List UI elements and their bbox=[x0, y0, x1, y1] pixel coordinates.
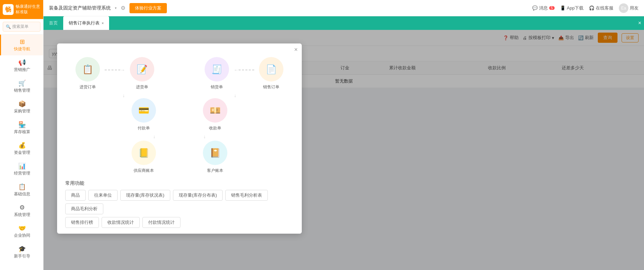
func-buttons-row2: 销售排行榜 收款情况统计 付款情况统计 bbox=[65, 217, 294, 228]
gear-icon[interactable]: ⚙ bbox=[121, 5, 125, 11]
online-service-btn[interactable]: 🎧 在线客服 bbox=[589, 5, 613, 11]
receipt-bill-icon: 💴 bbox=[203, 98, 227, 123]
flow-node-customer-ledger[interactable]: 📔 客户账本 bbox=[198, 141, 232, 174]
enterprise-icon: 🤝 bbox=[18, 224, 26, 232]
experience-btn[interactable]: 体验行业方案 bbox=[129, 3, 167, 13]
content-area: ❓ 帮助 🖨 按模板打印 ▾ 📤 导出 🔄 刷新 查询 设置 bbox=[43, 30, 644, 270]
sidebar-search-section: 🔍 搜索菜单 bbox=[0, 19, 43, 35]
sidebar-item-label: 营销推广 bbox=[14, 67, 30, 73]
sidebar-item-label: 基础信息 bbox=[14, 191, 30, 197]
flow-node-supplier-ledger[interactable]: 📒 供应商账本 bbox=[127, 141, 161, 174]
sidebar-item-basic[interactable]: 📋 基础信息 bbox=[0, 180, 43, 200]
purchase-order-icon: 📋 bbox=[75, 57, 100, 82]
sales-order-icon: 📄 bbox=[259, 57, 283, 82]
flow-node-purchase-bill[interactable]: 📝 进货单 bbox=[125, 57, 159, 90]
sidebar-item-enterprise[interactable]: 🤝 企业协同 bbox=[0, 221, 43, 242]
logo-text: 畅康通好生意 标准版 bbox=[16, 4, 40, 15]
func-btn-counterpart[interactable]: 往来单位 bbox=[88, 190, 118, 201]
tab-home-label: 首页 bbox=[49, 20, 58, 26]
app-download-label: App下载 bbox=[567, 5, 584, 11]
sidebar-item-label: 采购管理 bbox=[14, 108, 30, 114]
sidebar: 畅 畅康通好生意 标准版 🔍 搜索菜单 ⊞ 快捷导航 📢 营销推广 🛒 销售管理… bbox=[0, 0, 43, 270]
func-btn-stock-dist[interactable]: 现存量(库存分布表) bbox=[173, 190, 223, 201]
sidebar-item-label: 经营管理 bbox=[14, 170, 30, 176]
purchase-icon: 📦 bbox=[18, 100, 26, 108]
func-btn-payment-stats[interactable]: 付款情况统计 bbox=[142, 217, 180, 228]
message-label: 消息 bbox=[539, 5, 548, 11]
tab-close-icon[interactable]: × bbox=[102, 21, 104, 25]
message-badge: 5 bbox=[549, 6, 555, 10]
search-icon: 🔍 bbox=[6, 24, 11, 29]
flow-node-sales-order[interactable]: 📄 销售订单 bbox=[254, 57, 288, 90]
sidebar-item-operation[interactable]: 📊 经营管理 bbox=[0, 159, 43, 180]
supplier-ledger-label: 供应商账本 bbox=[134, 168, 154, 174]
flow-node-payment-bill[interactable]: 💳 付款单 bbox=[127, 98, 161, 131]
sidebar-item-label: 库存核算 bbox=[14, 129, 30, 135]
sidebar-item-finance[interactable]: 💰 资金管理 bbox=[0, 138, 43, 159]
sidebar-item-newbie[interactable]: 🎓 新手引导 bbox=[0, 242, 43, 263]
tab-sales-order-exec-label: 销售订单执行表 bbox=[69, 20, 100, 26]
modal-overlay[interactable]: × 📋 进货订单 → bbox=[43, 30, 644, 270]
payment-bill-label: 付款单 bbox=[138, 125, 150, 131]
tab-bar-close-icon[interactable]: × bbox=[638, 20, 641, 26]
sidebar-item-system[interactable]: ⚙ 系统管理 bbox=[0, 200, 43, 221]
sidebar-item-label: 快捷导航 bbox=[14, 46, 30, 52]
modal-close-btn[interactable]: × bbox=[294, 46, 298, 53]
top-header: 装备及固定资产辅助管理系统 ▾ ⚙ 体验行业方案 💬 消息 5 📱 App下载 … bbox=[43, 0, 644, 16]
func-btn-stock-status[interactable]: 现存量(库存状况表) bbox=[120, 190, 170, 201]
sidebar-logo: 畅 畅康通好生意 标准版 bbox=[0, 0, 43, 19]
user-btn[interactable]: Ea 用友 bbox=[619, 3, 639, 13]
common-functions: 常用功能 商品 往来单位 现存量(库存状况表) 现存量(库存分布表) 销售毛利分… bbox=[57, 180, 302, 234]
func-btn-receipt-stats[interactable]: 收款情况统计 bbox=[102, 217, 140, 228]
inventory-icon: 🏪 bbox=[18, 121, 26, 128]
header-dropdown[interactable]: ▾ bbox=[115, 6, 117, 10]
modal: × 📋 进货订单 → bbox=[57, 43, 302, 234]
service-icon: 🎧 bbox=[589, 5, 594, 11]
search-menu-button[interactable]: 🔍 搜索菜单 bbox=[3, 22, 40, 32]
message-btn[interactable]: 💬 消息 5 bbox=[532, 5, 555, 11]
sidebar-item-label: 新手引导 bbox=[14, 253, 30, 259]
tab-home[interactable]: 首页 bbox=[43, 16, 63, 30]
search-label: 搜索菜单 bbox=[12, 24, 29, 30]
sidebar-item-purchase[interactable]: 📦 采购管理 bbox=[0, 97, 43, 118]
sidebar-item-label: 销售管理 bbox=[14, 88, 30, 93]
basic-icon: 📋 bbox=[18, 183, 26, 191]
purchase-bill-icon: 📝 bbox=[130, 57, 154, 82]
main-area: 装备及固定资产辅助管理系统 ▾ ⚙ 体验行业方案 💬 消息 5 📱 App下载 … bbox=[43, 0, 644, 270]
flow-node-receipt-bill[interactable]: 💴 收款单 bbox=[198, 98, 232, 131]
avatar: Ea bbox=[619, 3, 628, 13]
sidebar-item-label: 系统管理 bbox=[14, 212, 30, 218]
flowchart: 📋 进货订单 → 📝 进货单 bbox=[57, 43, 302, 180]
chevron-down-icon: ▾ bbox=[115, 6, 117, 10]
sidebar-item-inventory[interactable]: 🏪 库存核算 bbox=[0, 118, 43, 138]
marketing-icon: 📢 bbox=[18, 59, 26, 66]
sales-bill-icon: 🧾 bbox=[205, 57, 229, 82]
func-buttons-row1: 商品 往来单位 现存量(库存状况表) 现存量(库存分布表) 销售毛利分析表 商品… bbox=[65, 190, 294, 214]
purchase-bill-label: 进货单 bbox=[136, 84, 148, 90]
func-btn-sales-rank[interactable]: 销售排行榜 bbox=[65, 217, 99, 228]
header-right: 💬 消息 5 📱 App下载 🎧 在线客服 Ea 用友 bbox=[532, 3, 639, 13]
sales-order-label: 销售订单 bbox=[263, 84, 279, 90]
tab-sales-order-exec[interactable]: 销售订单执行表 × bbox=[63, 16, 109, 30]
online-service-label: 在线客服 bbox=[596, 5, 613, 11]
flow-node-sales-bill[interactable]: 🧾 销货单 bbox=[200, 57, 234, 90]
app-download-btn[interactable]: 📱 App下载 bbox=[560, 5, 584, 11]
sales-icon: 🛒 bbox=[18, 79, 26, 87]
user-label: 用友 bbox=[630, 5, 639, 11]
sidebar-item-sales[interactable]: 🛒 销售管理 bbox=[0, 76, 43, 97]
message-icon: 💬 bbox=[532, 5, 538, 11]
supplier-ledger-icon: 📒 bbox=[132, 141, 156, 165]
operation-icon: 📊 bbox=[18, 162, 26, 170]
func-btn-sales-profit[interactable]: 销售毛利分析表 bbox=[225, 190, 268, 201]
sidebar-item-marketing[interactable]: 📢 营销推广 bbox=[0, 55, 43, 76]
func-btn-product[interactable]: 商品 bbox=[65, 190, 86, 201]
system-icon: ⚙ bbox=[19, 204, 25, 211]
sidebar-item-quick-nav[interactable]: ⊞ 快捷导航 bbox=[0, 35, 43, 55]
tab-bar: 首页 销售订单执行表 × × bbox=[43, 16, 644, 30]
flow-node-purchase-order[interactable]: 📋 进货订单 bbox=[71, 57, 105, 90]
sidebar-item-label: 企业协同 bbox=[14, 233, 30, 238]
common-funcs-title: 常用功能 bbox=[65, 180, 294, 186]
avatar-text: Ea bbox=[621, 6, 626, 11]
func-btn-product-profit[interactable]: 商品毛利分析 bbox=[65, 203, 103, 214]
sidebar-item-label: 资金管理 bbox=[14, 150, 30, 156]
